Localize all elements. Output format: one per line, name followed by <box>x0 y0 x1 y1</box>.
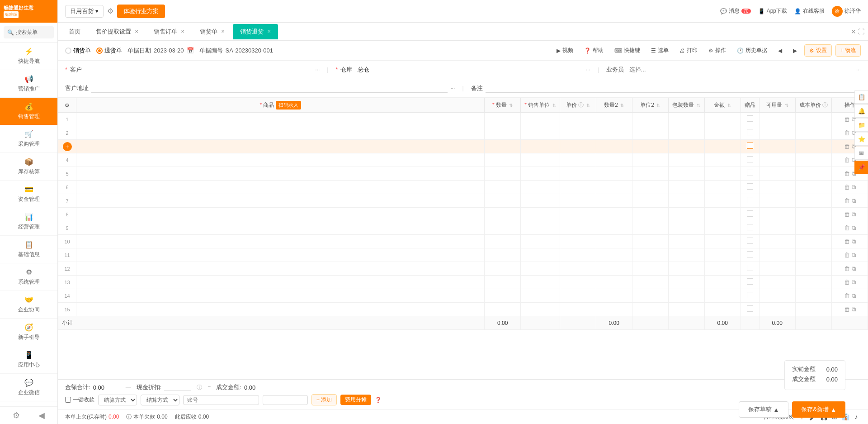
tab-sales-order[interactable]: 销售订单 ✕ <box>146 24 192 39</box>
row-amount[interactable] <box>704 289 741 303</box>
row-pack-qty[interactable] <box>668 248 704 262</box>
radio-return-bill[interactable]: 退货单 <box>96 47 122 55</box>
address-more-icon[interactable]: ··· <box>450 85 455 91</box>
row-qty2[interactable] <box>596 289 632 303</box>
fee-split-btn[interactable]: 费用分摊 <box>340 395 371 405</box>
row-gift[interactable] <box>741 181 759 194</box>
row-sale-unit[interactable] <box>521 167 560 181</box>
row-amount[interactable] <box>704 262 741 276</box>
row-price[interactable] <box>560 235 596 248</box>
row-unit2[interactable] <box>632 235 668 248</box>
row-pack-qty[interactable] <box>668 221 704 235</box>
row-qty-1[interactable] <box>485 113 521 126</box>
tab-sales-return[interactable]: 销货退货 ✕ <box>233 24 278 39</box>
delete-icon[interactable]: 🗑 <box>844 265 850 272</box>
row-product[interactable] <box>76 303 485 316</box>
calendar-icon[interactable]: 📅 <box>187 47 194 54</box>
music-icon[interactable]: ♪ <box>852 412 861 421</box>
sidebar-item-vip[interactable]: 👑 畅会员 <box>0 401 57 406</box>
row-price[interactable] <box>560 167 596 181</box>
row-gift[interactable] <box>741 167 759 181</box>
th-settings[interactable]: ⚙ <box>58 98 76 113</box>
right-sidebar-btn-2[interactable]: 🔔 <box>854 105 868 118</box>
row-pack-qty[interactable] <box>668 181 704 194</box>
save-draft-btn[interactable]: 保存草稿 ▲ <box>739 401 789 418</box>
gift-checkbox[interactable] <box>747 278 753 285</box>
print-btn[interactable]: 🖨 打印 <box>676 45 701 56</box>
available-sort-icon[interactable]: ⇅ <box>785 103 788 108</box>
one-click-collect-input[interactable] <box>65 397 71 403</box>
amount-sort-icon[interactable]: ⇅ <box>727 103 731 108</box>
row-amount[interactable] <box>704 194 741 208</box>
settings-action-btn[interactable]: ⚙ 设置 <box>804 44 832 57</box>
row-qty2[interactable] <box>596 276 632 289</box>
row-sale-unit[interactable] <box>521 248 560 262</box>
experience-button[interactable]: 体验行业方案 <box>117 5 165 18</box>
row-cost-price[interactable] <box>795 194 831 208</box>
row-cost-price-2[interactable] <box>795 126 831 140</box>
delete-icon[interactable]: 🗑 <box>844 279 850 286</box>
row-unit2-2[interactable] <box>632 126 668 140</box>
delete-icon[interactable]: 🗑 <box>844 184 850 191</box>
row-product[interactable] <box>76 153 485 167</box>
right-sidebar-btn-3[interactable]: 📁 <box>854 119 868 132</box>
row-unit2[interactable] <box>632 276 668 289</box>
gift-checkbox-3[interactable] <box>747 143 753 149</box>
collapse-sidebar-btn[interactable]: ◀ <box>38 410 45 420</box>
row-product[interactable] <box>76 181 485 194</box>
row-amount[interactable] <box>704 248 741 262</box>
row-available-2[interactable] <box>759 126 795 140</box>
row-amount[interactable] <box>704 181 741 194</box>
delete-icon[interactable]: 🗑 <box>844 238 850 245</box>
video-btn[interactable]: ▶ 视频 <box>553 45 577 56</box>
row-qty2-2[interactable] <box>596 126 632 140</box>
row-amount[interactable] <box>704 208 741 221</box>
copy-icon[interactable]: ⧉ <box>852 184 856 191</box>
row-qty[interactable] <box>485 235 521 248</box>
warehouse-more-icon[interactable]: ··· <box>586 67 590 73</box>
row-gift[interactable] <box>741 194 759 208</box>
gift-checkbox-2[interactable] <box>747 129 753 135</box>
row-product[interactable] <box>76 167 485 181</box>
row-available[interactable] <box>759 289 795 303</box>
row-price[interactable] <box>560 153 596 167</box>
add-logistics-btn[interactable]: + 物流 <box>835 44 861 57</box>
sidebar-item-guide[interactable]: 🧭 新手引导 <box>0 319 57 346</box>
row-qty[interactable] <box>485 153 521 167</box>
industry-dropdown[interactable]: 日用百货 ▾ <box>65 5 104 18</box>
row-sale-unit[interactable] <box>521 194 560 208</box>
gift-checkbox[interactable] <box>747 170 753 176</box>
sidebar-item-sales[interactable]: 💰 销售管理 <box>0 98 57 125</box>
tab-price-extract-close[interactable]: ✕ <box>135 29 138 34</box>
prev-record-btn[interactable]: ◀ <box>774 46 786 56</box>
gift-checkbox[interactable] <box>747 251 753 257</box>
right-sidebar-btn-5[interactable]: ✉ <box>854 147 868 160</box>
row-sale-unit[interactable] <box>521 289 560 303</box>
gift-checkbox[interactable] <box>747 156 753 162</box>
row-gift[interactable] <box>741 235 759 248</box>
row-unit2[interactable] <box>632 262 668 276</box>
row-available[interactable] <box>759 248 795 262</box>
row-sale-unit[interactable] <box>521 303 560 316</box>
row-qty2[interactable] <box>596 235 632 248</box>
gift-checkbox[interactable] <box>747 305 753 312</box>
row-qty2[interactable] <box>596 248 632 262</box>
row-qty2[interactable] <box>596 167 632 181</box>
right-sidebar-btn-6[interactable]: 📌 <box>854 161 868 174</box>
row-amount-2[interactable] <box>704 126 741 140</box>
row-gift[interactable] <box>741 208 759 221</box>
row-available[interactable] <box>759 181 795 194</box>
row-pack-qty[interactable] <box>668 167 704 181</box>
search-menu-button[interactable]: 🔍 搜索菜单 <box>4 26 54 38</box>
gift-checkbox[interactable] <box>747 265 753 271</box>
row-sale-unit-3[interactable] <box>521 140 560 153</box>
tab-sales-bill-close[interactable]: ✕ <box>221 29 225 34</box>
settle-method-select[interactable]: 结算方式 <box>98 395 137 405</box>
calc-method-select[interactable]: 结算方式 <box>141 395 179 405</box>
row-amount-3[interactable] <box>704 140 741 153</box>
gift-checkbox[interactable] <box>747 292 753 298</box>
row-qty2[interactable] <box>596 221 632 235</box>
sidebar-item-operations[interactable]: 📊 经营管理 <box>0 208 57 236</box>
row-product[interactable] <box>76 221 485 235</box>
gift-checkbox-1[interactable] <box>747 115 753 122</box>
